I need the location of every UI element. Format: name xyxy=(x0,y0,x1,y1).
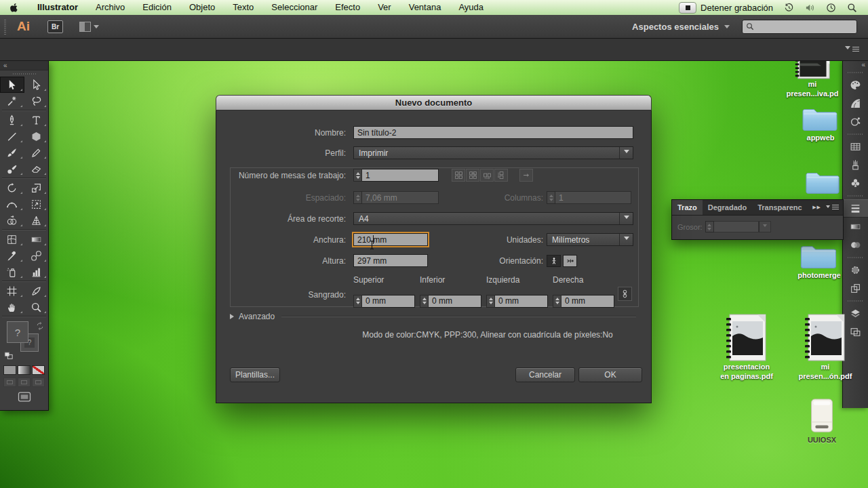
time-machine-icon[interactable] xyxy=(784,3,794,13)
units-dropdown[interactable]: Milímetros xyxy=(547,233,633,246)
menu-edicion[interactable]: Edición xyxy=(134,0,180,15)
arrange-documents-button[interactable] xyxy=(79,22,99,32)
paintbrush-tool[interactable] xyxy=(0,144,24,161)
gradient-button[interactable] xyxy=(18,365,31,375)
menu-archivo[interactable]: Archivo xyxy=(87,0,134,15)
shape-builder-tool[interactable] xyxy=(0,212,24,228)
menu-seleccionar[interactable]: Seleccionar xyxy=(262,0,326,15)
bleed-input[interactable]: 0 mm xyxy=(561,295,614,308)
shape-tool[interactable] xyxy=(24,128,49,144)
name-input[interactable]: Sin título-2 xyxy=(353,126,633,139)
panel-menu-icon[interactable] xyxy=(826,205,839,210)
menu-illustrator[interactable]: Illustrator xyxy=(28,0,87,15)
width-tool[interactable] xyxy=(0,196,24,212)
graphic-styles-panel-icon[interactable] xyxy=(843,279,868,298)
draw-normal-button[interactable] xyxy=(3,378,16,387)
slice-tool[interactable] xyxy=(24,283,49,299)
disclosure-triangle-icon[interactable] xyxy=(230,314,234,319)
launch-bridge-button[interactable]: Br xyxy=(47,20,63,33)
volume-icon[interactable] xyxy=(805,3,815,13)
pencil-tool[interactable] xyxy=(24,144,49,161)
menu-objeto[interactable]: Objeto xyxy=(180,0,224,15)
tab-transparencia[interactable]: Transparenc xyxy=(752,200,807,215)
dock-grip[interactable] xyxy=(843,69,868,76)
size-dropdown[interactable]: A4 xyxy=(353,212,633,225)
perspective-grid-tool[interactable] xyxy=(24,212,49,228)
blob-brush-tool[interactable] xyxy=(0,161,24,177)
advanced-label[interactable]: Avanzado xyxy=(239,312,275,321)
symbols-panel-icon[interactable] xyxy=(843,174,868,192)
menu-efecto[interactable]: Efecto xyxy=(326,0,369,15)
bleed-input[interactable]: 0 mm xyxy=(429,295,481,308)
menu-ventana[interactable]: Ventana xyxy=(400,0,450,15)
desktop-icon-pdf-definitiva[interactable]: mi presen...iva.pd xyxy=(777,58,848,98)
height-input[interactable]: 297 mm xyxy=(353,254,428,267)
lasso-tool[interactable] xyxy=(24,93,49,109)
search-input[interactable] xyxy=(742,20,857,34)
rotate-tool[interactable] xyxy=(0,180,24,196)
scale-tool[interactable] xyxy=(24,180,49,196)
direct-selection-tool[interactable] xyxy=(24,77,49,93)
tools-collapse-button[interactable]: « xyxy=(0,61,48,70)
collapse-panel-icon[interactable]: ▶▶ xyxy=(812,205,821,210)
dock-collapse-button[interactable]: « xyxy=(843,60,868,69)
menu-texto[interactable]: Texto xyxy=(224,0,262,15)
dock-grip[interactable] xyxy=(843,298,868,304)
spotlight-icon[interactable] xyxy=(847,3,857,13)
workspace-switcher[interactable]: Aspectos esenciales xyxy=(632,22,730,32)
bleed-stepper[interactable] xyxy=(353,295,362,308)
menu-ayuda[interactable]: Ayuda xyxy=(450,0,492,15)
ok-button[interactable]: OK xyxy=(578,367,642,382)
appearance-panel-icon[interactable] xyxy=(843,261,868,279)
bleed-stepper[interactable] xyxy=(486,295,495,308)
pen-tool[interactable] xyxy=(0,112,24,128)
blend-tool[interactable] xyxy=(24,247,49,264)
stop-recording-button[interactable]: Detener grabación xyxy=(679,2,773,14)
bleed-input[interactable]: 0 mm xyxy=(362,295,415,308)
mesh-tool[interactable] xyxy=(0,231,24,247)
swatches-panel-icon[interactable] xyxy=(843,138,868,156)
bleed-input[interactable]: 0 mm xyxy=(495,295,548,308)
gradient-tool[interactable] xyxy=(24,231,49,247)
magic-wand-tool[interactable] xyxy=(0,93,24,109)
zoom-tool[interactable] xyxy=(24,299,49,315)
clock-icon[interactable] xyxy=(826,3,836,13)
screen-mode-icon[interactable] xyxy=(17,391,32,403)
color-button[interactable] xyxy=(3,365,16,375)
fill-swatch[interactable]: ? xyxy=(7,321,28,343)
artboards-stepper[interactable] xyxy=(353,169,362,182)
draw-behind-button[interactable] xyxy=(18,378,31,387)
eyedropper-tool[interactable] xyxy=(0,247,24,264)
link-bleed-values-icon[interactable] xyxy=(618,287,632,301)
dock-grip[interactable] xyxy=(843,131,868,138)
menu-ver[interactable]: Ver xyxy=(369,0,400,15)
control-panel-menu-icon[interactable] xyxy=(845,46,859,52)
tools-grip[interactable] xyxy=(0,70,48,77)
templates-button[interactable]: Plantillas... xyxy=(230,367,280,382)
type-tool[interactable] xyxy=(24,112,49,128)
selection-tool[interactable] xyxy=(0,77,24,93)
stroke-panel-icon[interactable] xyxy=(843,199,868,218)
free-transform-tool[interactable] xyxy=(24,196,49,212)
dock-grip[interactable] xyxy=(843,254,868,261)
apple-menu[interactable] xyxy=(0,2,28,13)
cancel-button[interactable]: Cancelar xyxy=(515,367,575,382)
none-button[interactable] xyxy=(32,365,45,375)
transparency-panel-icon[interactable] xyxy=(843,236,868,254)
kuler-panel-icon[interactable] xyxy=(843,113,868,131)
artboard-tool[interactable] xyxy=(0,283,24,299)
column-graph-tool[interactable] xyxy=(24,264,49,280)
draw-inside-button[interactable] xyxy=(32,378,45,387)
hand-tool[interactable] xyxy=(0,299,24,315)
line-segment-tool[interactable] xyxy=(0,128,24,144)
color-panel-icon[interactable] xyxy=(843,76,868,94)
dock-grip[interactable] xyxy=(843,192,868,199)
desktop-icon-pdf-presentacion[interactable]: presentacion en paginas.pdf xyxy=(709,313,784,381)
tab-trazo[interactable]: Trazo xyxy=(672,200,703,215)
orientation-landscape-button[interactable] xyxy=(563,255,577,267)
width-input[interactable]: 210 mm xyxy=(353,233,428,246)
brushes-panel-icon[interactable] xyxy=(843,156,868,174)
eraser-tool[interactable] xyxy=(24,161,49,177)
orientation-portrait-button[interactable] xyxy=(547,255,561,267)
bleed-stepper[interactable] xyxy=(553,295,561,308)
